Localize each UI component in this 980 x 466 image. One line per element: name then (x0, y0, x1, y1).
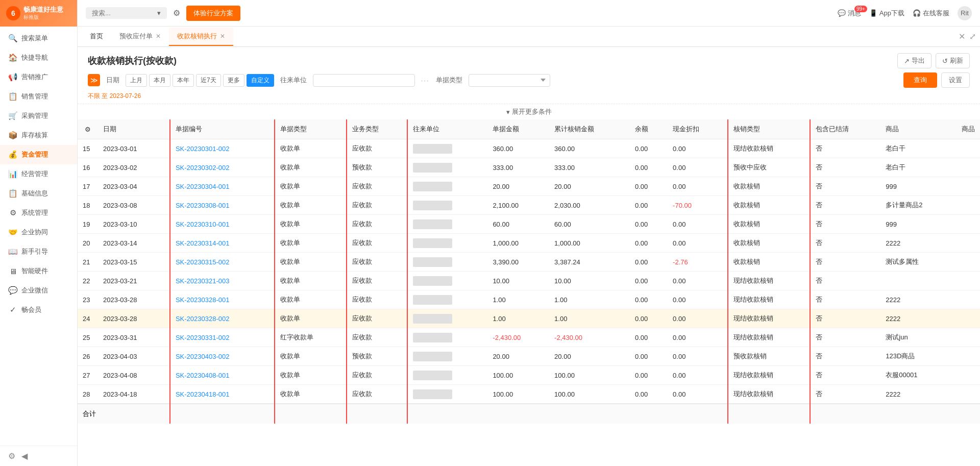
cell-verified: 1.00 (549, 309, 630, 328)
tab-prepay[interactable]: 预收应付单 ✕ (111, 28, 169, 46)
col-header-settings[interactable]: ⚙ (78, 119, 98, 139)
sidebar-item-智能硬件[interactable]: 🖥智能硬件 (0, 261, 77, 281)
date-this-year[interactable]: 本年 (173, 74, 194, 87)
cell-partner: ████ (407, 328, 488, 347)
cell-date: 2023-03-04 (98, 177, 170, 196)
sidebar-item-畅会员[interactable]: ✓畅会员 (0, 300, 77, 320)
cell-include-settled: 否 (810, 347, 881, 366)
sidebar-item-快捷导航[interactable]: 🏠快捷导航 (0, 48, 77, 67)
search-input[interactable] (92, 9, 153, 17)
page-header: 收款核销执行(按收款) ↗ 导出 ↺ 刷新 (78, 47, 980, 68)
app-download-link[interactable]: 📱 App下载 (869, 9, 904, 18)
cell-balance: 0.00 (630, 215, 668, 234)
cell-amount: 20.00 (487, 347, 549, 366)
search-breadcrumb[interactable]: ▾ (86, 7, 167, 19)
cell-verify-type: 现结收款核销 (728, 272, 810, 290)
cell-product: 2222 (880, 385, 957, 404)
table-row: 28 2023-04-18 SK-20230418-001 收款单 应收款 ██… (78, 385, 980, 404)
online-service-link[interactable]: 🎧 在线客服 (913, 9, 949, 18)
data-table-container[interactable]: ⚙ 日期 单据编号 单据类型 业务类型 往来单位 单据金额 累计核销金额 余额 … (78, 119, 980, 466)
cell-biz-type: 应收款 (347, 234, 407, 253)
tab-verify-close[interactable]: ✕ (220, 33, 225, 40)
expand-conditions-button[interactable]: ▾ 展开更多条件 (78, 104, 980, 119)
doc-no-link[interactable]: SK-20230321-003 (176, 277, 230, 285)
cell-partner: ████ (407, 177, 488, 196)
tab-verify-label: 收款核销执行 (177, 32, 217, 41)
doc-no-link[interactable]: SK-20230403-002 (176, 353, 230, 360)
refresh-button[interactable]: ↺ 刷新 (936, 53, 970, 68)
cell-no: 22 (78, 272, 98, 290)
doc-no-link[interactable]: SK-20230308-001 (176, 202, 230, 209)
cell-doc-type: 收款单 (275, 253, 346, 272)
table-footer-row: 合计 (78, 404, 980, 424)
export-button[interactable]: ↗ 导出 (897, 53, 932, 68)
doc-no-link[interactable]: SK-20230418-001 (176, 390, 230, 398)
doc-no-link[interactable]: SK-20230314-001 (176, 239, 230, 247)
tab-home[interactable]: 首页 (82, 28, 111, 46)
cell-include-settled: 否 (810, 196, 881, 215)
sidebar-item-库存核算[interactable]: 📦库存核算 (0, 126, 77, 145)
cell-product (880, 272, 957, 290)
date-this-month[interactable]: 本月 (149, 74, 170, 87)
doc-no-link[interactable]: SK-20230408-001 (176, 372, 230, 379)
cell-include-settled: 否 (810, 234, 881, 253)
doc-no-link[interactable]: SK-20230310-001 (176, 220, 230, 228)
settings-button[interactable]: 设置 (941, 72, 970, 88)
sidebar-item-新手引导[interactable]: 📖新手引导 (0, 242, 77, 261)
sidebar-item-销售管理[interactable]: 📋销售管理 (0, 87, 77, 106)
sidebar-item-搜索菜单[interactable]: 🔍搜索菜单 (0, 29, 77, 48)
sidebar-item-企业微信[interactable]: 💬企业微信 (0, 281, 77, 300)
tab-verify[interactable]: 收款核销执行 ✕ (169, 28, 233, 46)
cell-verified: 20.00 (549, 177, 630, 196)
footer-balance (630, 404, 668, 424)
doc-no-link[interactable]: SK-20230331-002 (176, 334, 230, 341)
cell-doc-no: SK-20230321-003 (170, 272, 275, 290)
doc-no-link[interactable]: SK-20230328-001 (176, 296, 230, 304)
doc-no-link[interactable]: SK-20230302-002 (176, 164, 230, 171)
message-button[interactable]: 💬 消息 99+ (838, 9, 861, 18)
doc-no-link[interactable]: SK-20230315-002 (176, 258, 230, 266)
record-type-select[interactable] (469, 74, 550, 87)
cell-amount: 1,000.00 (487, 234, 549, 253)
close-all-button[interactable]: ✕ (959, 32, 965, 41)
doc-no-link[interactable]: SK-20230304-001 (176, 183, 230, 190)
cell-balance: 0.00 (630, 309, 668, 328)
sidebar-item-系统管理[interactable]: ⚙系统管理 (0, 203, 77, 223)
sidebar-item-企业协同[interactable]: 🤝企业协同 (0, 223, 77, 242)
cell-verified: 333.00 (549, 158, 630, 177)
settings-icon[interactable]: ⚙ (8, 451, 15, 461)
tab-prepay-close[interactable]: ✕ (156, 33, 161, 40)
cell-partner: ████ (407, 253, 488, 272)
cell-partner: ████ (407, 234, 488, 253)
cell-partner: ████ (407, 366, 488, 385)
cell-discount: 0.00 (668, 309, 728, 328)
date-custom[interactable]: 自定义 (247, 74, 274, 87)
tabbar-actions: ✕ ⤢ (959, 32, 976, 41)
filter-dots: ··· (421, 77, 430, 84)
collapse-icon[interactable]: ◀ (21, 451, 28, 461)
date-more[interactable]: 更多 (223, 74, 244, 87)
sidebar-item-基础信息[interactable]: 📋基础信息 (0, 184, 77, 203)
cell-product2 (957, 253, 980, 272)
cell-verified: 360.00 (549, 139, 630, 158)
sidebar-item-经营管理[interactable]: 📊经营管理 (0, 164, 77, 184)
date-7days[interactable]: 近7天 (196, 74, 221, 87)
cell-partner: ████ (407, 272, 488, 290)
sidebar-item-资金管理[interactable]: 💰资金管理 (0, 145, 77, 164)
sidebar-label-4: 采购管理 (21, 111, 48, 120)
solution-button[interactable]: 体验行业方案 (186, 6, 240, 21)
sidebar-item-营销推广[interactable]: 📢营销推广 (0, 67, 77, 87)
partner-input[interactable] (313, 74, 415, 87)
filter-collapse-button[interactable]: ≫ (88, 74, 100, 86)
col-header-partner: 往来单位 (407, 119, 488, 139)
doc-no-link[interactable]: SK-20230328-002 (176, 315, 230, 323)
expand-button[interactable]: ⤢ (969, 32, 976, 41)
query-button[interactable]: 查询 (903, 72, 937, 88)
avatar[interactable]: Rit (958, 6, 972, 20)
doc-no-link[interactable]: SK-20230301-002 (176, 145, 230, 153)
date-last-month[interactable]: 上月 (126, 74, 147, 87)
date-range-display: 不限 至 2023-07-26 (88, 92, 970, 104)
gear-icon[interactable]: ⚙ (173, 8, 180, 18)
sidebar: 6 畅康道好生意 标推版 🔍搜索菜单🏠快捷导航📢营销推广📋销售管理🛒采购管理📦库… (0, 0, 78, 466)
sidebar-item-采购管理[interactable]: 🛒采购管理 (0, 106, 77, 126)
